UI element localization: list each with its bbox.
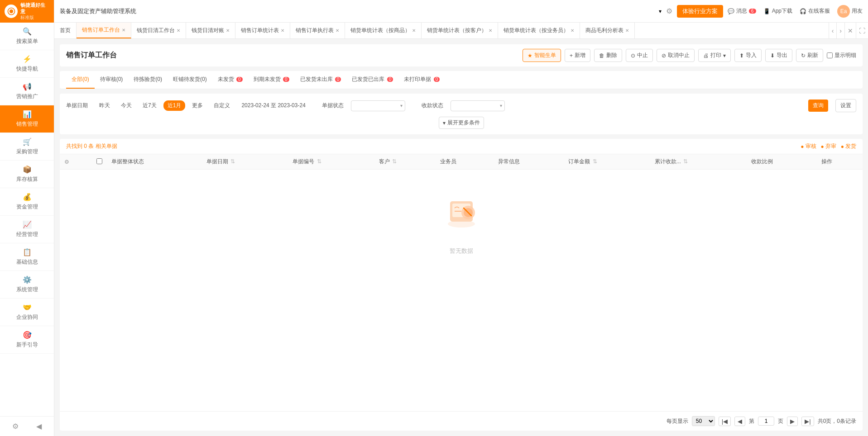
date-btn-custom[interactable]: 自定义 — [210, 100, 234, 111]
filter-row-2: ▾ 展开更多条件 — [66, 117, 856, 129]
tab-close-sales-stats-customer[interactable]: ✕ — [489, 28, 492, 33]
sidebar-item-operations[interactable]: 📈 经营管理 — [0, 216, 54, 243]
tab-product-margin[interactable]: 商品毛利分析表 ✕ — [580, 23, 635, 38]
show-detail-checkbox[interactable] — [827, 52, 833, 58]
sub-tab-wangpu[interactable]: 旺铺待发货(0) — [168, 71, 212, 89]
add-btn[interactable]: + 新增 — [565, 49, 590, 62]
tab-fullscreen-btn[interactable]: ⛶ — [856, 23, 868, 39]
tab-scroll-left-btn[interactable]: ‹ — [829, 23, 837, 39]
sidebar-item-basic-info[interactable]: 📋 基础信息 — [0, 243, 54, 271]
date-btn-1month[interactable]: 近1月 — [163, 100, 186, 111]
sidebar-item-guide[interactable]: 🎯 新手引导 — [0, 326, 54, 354]
sidebar-item-finance[interactable]: 💰 资金管理 — [0, 188, 54, 216]
tab-more-btn[interactable]: ✕ — [844, 23, 856, 39]
sort-customer-icon[interactable]: ⇅ — [392, 158, 397, 165]
tab-close-cash-daily[interactable]: ✕ — [177, 28, 180, 33]
status-select-wrap — [351, 100, 405, 111]
user-menu[interactable]: Ea 用友 — [837, 5, 863, 18]
import-btn[interactable]: ⬆ 导入 — [734, 49, 762, 62]
settings-icon[interactable]: ⚙ — [666, 7, 672, 15]
tab-close-sales-stats-staff[interactable]: ✕ — [571, 28, 574, 33]
tab-sales-workbench[interactable]: 销售订单工作台 ✕ — [77, 23, 131, 38]
clipboard-icon: 📋 — [23, 248, 32, 256]
audit-btn[interactable]: ● 审核 — [801, 142, 816, 150]
cash-reconcile-tab-label: 钱货日清对账 — [192, 27, 224, 34]
tab-close-sales-stats-product[interactable]: ✕ — [412, 28, 416, 33]
tab-close-cash-reconcile[interactable]: ✕ — [226, 28, 230, 33]
expand-conditions-btn[interactable]: ▾ 展开更多条件 — [439, 117, 484, 129]
sidebar-item-quick-nav[interactable]: ⚡ 快捷导航 — [0, 50, 54, 78]
sidebar-item-purchase[interactable]: 🛒 采购管理 — [0, 133, 54, 161]
collapse-btn[interactable]: ◀ — [34, 420, 43, 432]
page-prev-btn[interactable]: ◀ — [734, 417, 745, 426]
tab-sales-stats-product[interactable]: 销货单统计表（按商品） ✕ — [345, 23, 422, 38]
tab-cash-reconcile[interactable]: 钱货日清对账 ✕ — [186, 23, 235, 38]
refresh-btn[interactable]: ↻ 刷新 — [796, 49, 823, 62]
filter-settings-btn[interactable]: 设置 — [835, 99, 856, 112]
tab-close-product-margin[interactable]: ✕ — [625, 28, 629, 33]
page-last-btn[interactable]: ▶| — [801, 417, 814, 426]
tab-sales-order-exec[interactable]: 销售订单执行表 ✕ — [290, 23, 345, 38]
export-btn[interactable]: ⬇ 导出 — [765, 49, 792, 62]
table-count: 共找到 0 条 相关单据 — [66, 142, 117, 150]
sub-tab-shipped-out[interactable]: 已发货已出库 0 — [346, 71, 398, 89]
tab-close-sales-order-exec[interactable]: ✕ — [336, 28, 339, 33]
print-btn[interactable]: 🖨 打印 ▾ — [698, 49, 731, 62]
date-btn-more[interactable]: 更多 — [188, 100, 207, 111]
tab-sales-order-stats[interactable]: 销售订单统计表 ✕ — [235, 23, 290, 38]
sort-amount-icon[interactable]: ⇅ — [593, 158, 597, 165]
module-dropdown[interactable]: ▾ — [659, 8, 662, 14]
industry-btn[interactable]: 体验行业方案 — [677, 5, 723, 18]
sub-tab-shipped-not-out[interactable]: 已发货未出库 0 — [295, 71, 347, 89]
sidebar-item-search[interactable]: 🔍 搜索菜单 — [0, 23, 54, 50]
page-first-btn[interactable]: |◀ — [719, 417, 731, 426]
sort-number-icon[interactable]: ⇅ — [317, 158, 321, 165]
date-btn-7days[interactable]: 近7天 — [139, 100, 161, 111]
page-size-select[interactable]: 50 20 100 — [692, 416, 715, 426]
audit-circle-icon: ● — [801, 143, 804, 150]
sub-tab-pending-review[interactable]: 待审核(0) — [95, 71, 129, 89]
online-service-btn[interactable]: 🎧 在线客服 — [800, 7, 830, 15]
ship-btn[interactable]: ● 发货 — [841, 142, 856, 150]
date-btn-yesterday[interactable]: 昨天 — [95, 100, 114, 111]
date-range-display: 2023-02-24 至 2023-03-24 — [241, 102, 305, 109]
revoke-btn[interactable]: ● 弃审 — [821, 142, 836, 150]
status-select[interactable] — [351, 100, 405, 111]
payment-select[interactable] — [451, 100, 505, 111]
sidebar-item-enterprise[interactable]: 🤝 企业协同 — [0, 299, 54, 326]
sidebar-item-sales[interactable]: 📊 销售管理 — [0, 105, 54, 133]
sub-tab-not-shipped[interactable]: 未发货 0 — [212, 71, 248, 89]
sub-tab-not-printed[interactable]: 未打印单据 0 — [398, 71, 445, 89]
tab-close-sales-workbench[interactable]: ✕ — [122, 28, 125, 33]
page-input[interactable] — [758, 417, 774, 426]
sales-stats-product-tab-label: 销货单统计表（按商品） — [350, 27, 410, 34]
stop-btn[interactable]: ⊙ 中止 — [626, 49, 653, 62]
page-next-btn[interactable]: ▶ — [787, 417, 798, 426]
date-btn-today[interactable]: 今天 — [117, 100, 136, 111]
message-btn[interactable]: 💬 消息 6 — [728, 7, 756, 15]
sub-tab-all[interactable]: 全部(0) — [66, 71, 95, 89]
tab-cash-daily[interactable]: 钱货日清工作台 ✕ — [131, 23, 186, 38]
sidebar-item-marketing[interactable]: 📢 营销推广 — [0, 78, 54, 105]
sidebar-item-system[interactable]: ⚙️ 系统管理 — [0, 271, 54, 299]
tab-scroll-right-btn[interactable]: › — [836, 23, 844, 39]
tab-home[interactable]: 首页 — [54, 23, 77, 38]
sort-date-icon[interactable]: ⇅ — [230, 158, 235, 165]
sub-tab-overdue-not-shipped[interactable]: 到期未发货 0 — [248, 71, 295, 89]
delete-btn[interactable]: 🗑 删除 — [594, 49, 622, 62]
import-icon: ⬆ — [739, 52, 744, 59]
show-detail-label[interactable]: 显示明细 — [827, 52, 856, 59]
tab-sales-stats-staff[interactable]: 销货单统计表（按业务员） ✕ — [498, 23, 580, 38]
settings-bottom-btn[interactable]: ⚙ — [10, 420, 20, 432]
smart-create-btn[interactable]: ★ 智能生单 — [523, 49, 561, 62]
tab-close-sales-order-stats[interactable]: ✕ — [281, 28, 284, 33]
sidebar-item-inventory[interactable]: 📦 库存核算 — [0, 161, 54, 188]
sub-tab-pending-check[interactable]: 待拣验货(0) — [128, 71, 168, 89]
cancel-stop-btn[interactable]: ⊘ 取消中止 — [657, 49, 695, 62]
app-download-btn[interactable]: 📱 App下载 — [763, 7, 792, 15]
query-btn[interactable]: 查询 — [808, 100, 828, 112]
sort-collected-icon[interactable]: ⇅ — [683, 158, 688, 165]
select-all-checkbox[interactable] — [96, 158, 102, 164]
tab-sales-stats-customer[interactable]: 销货单统计表（按客户） ✕ — [422, 23, 498, 38]
col-settings[interactable]: ⚙ — [60, 154, 92, 170]
